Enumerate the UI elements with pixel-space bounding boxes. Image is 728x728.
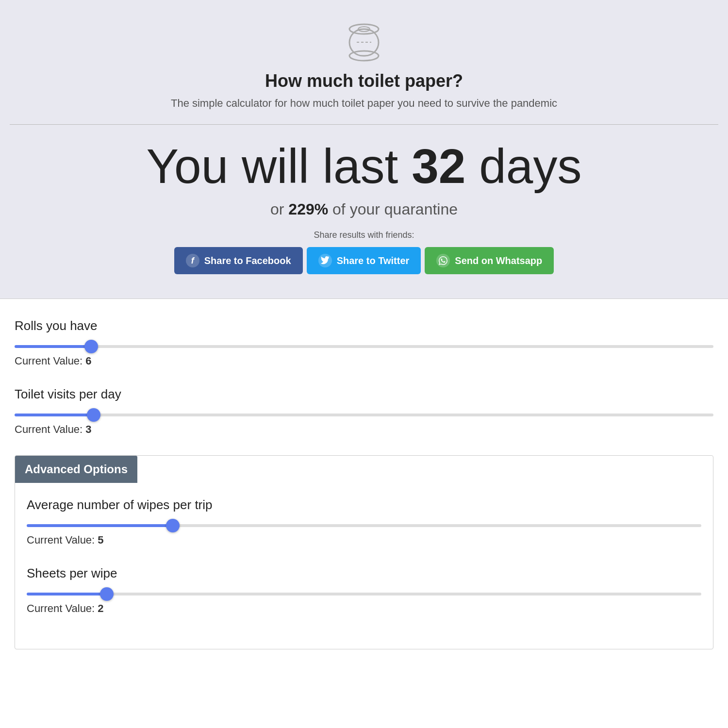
facebook-icon: f <box>186 254 199 267</box>
wipes-slider[interactable] <box>27 524 701 527</box>
toilet-visits-slider-group: Toilet visits per day Current Value: 3 <box>15 387 713 436</box>
sheets-value-number: 2 <box>98 602 103 614</box>
advanced-options-header[interactable]: Advanced Options <box>15 456 137 483</box>
toilet-value-number: 3 <box>85 423 91 435</box>
toilet-visits-label: Toilet visits per day <box>15 387 713 402</box>
whatsapp-icon <box>436 254 450 267</box>
facebook-share-button[interactable]: f Share to Facebook <box>174 247 303 274</box>
rolls-current-value: Current Value: 6 <box>15 355 713 367</box>
rolls-value-prefix: Current Value: <box>15 355 85 367</box>
wipes-slider-group: Average number of wipes per trip Current… <box>27 497 701 546</box>
toilet-paper-icon <box>342 19 386 63</box>
whatsapp-share-button[interactable]: Send on Whatsapp <box>425 247 554 274</box>
advanced-options-section: Advanced Options Average number of wipes… <box>15 455 713 649</box>
share-buttons-group: f Share to Facebook Share to Twitter Sen… <box>10 247 718 274</box>
rolls-value-number: 6 <box>85 355 91 367</box>
toilet-visits-slider-container <box>15 410 713 418</box>
twitter-icon <box>318 254 332 267</box>
result-suffix: days <box>465 139 581 193</box>
main-section: Rolls you have Current Value: 6 Toilet v… <box>0 299 728 728</box>
result-percent-suffix: of your quarantine <box>328 200 458 218</box>
toilet-value-prefix: Current Value: <box>15 423 85 435</box>
wipes-value-number: 5 <box>98 534 103 546</box>
facebook-share-label: Share to Facebook <box>204 255 291 266</box>
sheets-current-value: Current Value: 2 <box>27 602 701 615</box>
app-title: How much toilet paper? <box>10 71 718 91</box>
result-days-number: 32 <box>412 139 465 193</box>
toilet-paper-icon-wrap <box>10 19 718 63</box>
twitter-share-label: Share to Twitter <box>337 255 410 266</box>
toilet-visits-slider[interactable] <box>15 414 713 416</box>
whatsapp-share-label: Send on Whatsapp <box>455 255 542 266</box>
share-label: Share results with friends: <box>10 230 718 240</box>
toilet-current-value: Current Value: 3 <box>15 423 713 436</box>
rolls-slider[interactable] <box>15 345 713 348</box>
rolls-slider-container <box>15 341 713 350</box>
result-percent-value: 229% <box>288 200 328 218</box>
result-days-display: You will last 32 days <box>10 139 718 193</box>
twitter-share-button[interactable]: Share to Twitter <box>307 247 421 274</box>
sheets-value-prefix: Current Value: <box>27 602 98 614</box>
wipes-slider-container <box>27 520 701 529</box>
sheets-slider[interactable] <box>27 593 701 596</box>
result-prefix: You will last <box>147 139 412 193</box>
sheets-slider-group: Sheets per wipe Current Value: 2 <box>27 566 701 615</box>
sheets-label: Sheets per wipe <box>27 566 701 581</box>
rolls-label: Rolls you have <box>15 318 713 333</box>
wipes-value-prefix: Current Value: <box>27 534 98 546</box>
sheets-slider-container <box>27 589 701 597</box>
header-divider <box>10 124 718 125</box>
app-subtitle: The simple calculator for how much toile… <box>10 97 718 110</box>
wipes-current-value: Current Value: 5 <box>27 534 701 546</box>
advanced-options-content: Average number of wipes per trip Current… <box>15 483 713 649</box>
rolls-slider-group: Rolls you have Current Value: 6 <box>15 318 713 367</box>
wipes-label: Average number of wipes per trip <box>27 497 701 513</box>
header-section: How much toilet paper? The simple calcul… <box>0 0 728 299</box>
result-percent-prefix: or <box>270 200 288 218</box>
result-percent-display: or 229% of your quarantine <box>10 200 718 218</box>
